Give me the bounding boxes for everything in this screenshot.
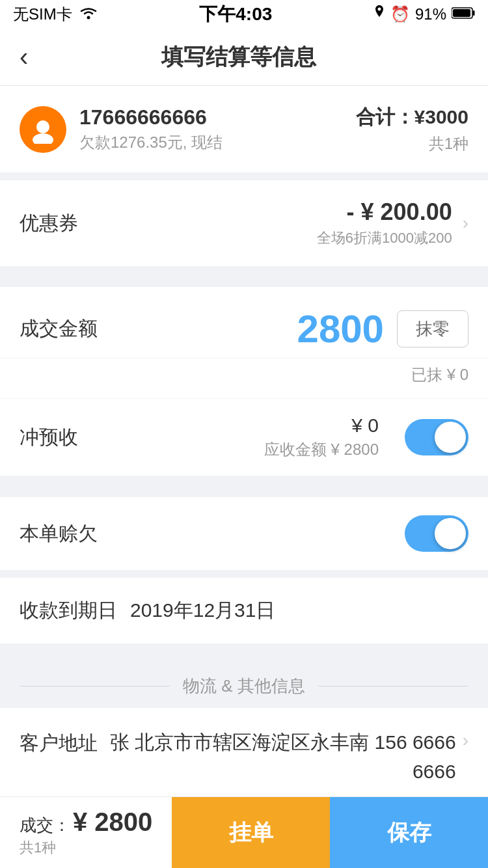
battery-text: 91% bbox=[415, 5, 446, 23]
prepay-right: ¥ 0 应收金额 ¥ 2800 bbox=[264, 414, 468, 460]
section-gap-2 bbox=[0, 484, 488, 497]
save-button[interactable]: 保存 bbox=[330, 797, 488, 869]
back-button[interactable]: ‹ bbox=[20, 42, 28, 72]
deal-amount-sub: 已抹 ¥ 0 bbox=[0, 359, 488, 399]
nav-bar: ‹ 填写结算等信息 bbox=[0, 29, 488, 86]
prepay-toggle[interactable] bbox=[405, 419, 468, 455]
section-gap-1 bbox=[0, 274, 488, 287]
svg-point-5 bbox=[33, 133, 53, 144]
coupon-discount: - ¥ 200.00 bbox=[317, 198, 452, 226]
sim-text: 无SIM卡 bbox=[13, 4, 72, 25]
section-gap-3 bbox=[0, 651, 488, 664]
address-chevron-icon: › bbox=[463, 727, 468, 751]
prepay-amount: ¥ 0 bbox=[264, 414, 379, 437]
chevron-right-icon: › bbox=[463, 213, 468, 234]
svg-point-4 bbox=[36, 120, 49, 133]
sep-line-left bbox=[20, 686, 170, 686]
deal-amount-value-wrap: 2800 bbox=[111, 306, 384, 351]
address-right: 张 北京市市辖区海淀区永丰南 156 6666 6666 › bbox=[104, 727, 468, 786]
svg-rect-2 bbox=[472, 10, 474, 16]
svg-rect-3 bbox=[453, 9, 470, 17]
logistics-separator: 物流 & 其他信息 bbox=[0, 664, 488, 708]
sep-line-right bbox=[318, 686, 468, 686]
debt-row: 本单赊欠 bbox=[0, 497, 488, 570]
prepay-amount-wrap: ¥ 0 应收金额 ¥ 2800 bbox=[264, 414, 379, 460]
debt-section: 本单赊欠 bbox=[0, 497, 488, 570]
hang-button[interactable]: 挂单 bbox=[172, 797, 330, 869]
avatar bbox=[20, 106, 66, 153]
prepay-row: 冲预收 ¥ 0 应收金额 ¥ 2800 bbox=[0, 399, 488, 476]
coupon-desc: 全场6折满1000减200 bbox=[317, 228, 452, 248]
customer-total: 合计：¥3000 共1种 bbox=[356, 104, 468, 154]
status-left: 无SIM卡 bbox=[13, 4, 98, 25]
coupon-row[interactable]: 优惠券 - ¥ 200.00 全场6折满1000减200 › bbox=[0, 180, 488, 266]
address-row[interactable]: 客户地址 张 北京市市辖区海淀区永丰南 156 6666 6666 › bbox=[0, 708, 488, 806]
address-value: 张 北京市市辖区海淀区永丰南 156 6666 6666 bbox=[104, 727, 456, 786]
battery-icon bbox=[452, 5, 475, 23]
due-date-row: 收款到期日 2019年12月31日 bbox=[0, 578, 488, 644]
deal-amount-section: 成交金额 2800 抹零 已抹 ¥ 0 冲预收 ¥ 0 应收金额 ¥ 2800 bbox=[0, 287, 488, 476]
deal-amount-value: 2800 bbox=[297, 307, 384, 351]
status-right: ⏰ 91% bbox=[373, 5, 475, 23]
bottom-bar: 成交： ¥ 2800 共1种 挂单 保存 bbox=[0, 796, 488, 868]
status-time: 下午4:03 bbox=[199, 2, 272, 27]
deal-amount-row: 成交金额 2800 抹零 bbox=[0, 287, 488, 359]
bottom-deal-label: 成交： bbox=[20, 814, 70, 837]
svg-point-0 bbox=[87, 16, 90, 20]
address-label: 客户地址 bbox=[20, 727, 104, 757]
deal-amount-label: 成交金额 bbox=[20, 316, 111, 342]
due-date-value: 2019年12月31日 bbox=[130, 597, 275, 624]
prepay-label: 冲预收 bbox=[20, 424, 78, 451]
status-bar: 无SIM卡 下午4:03 ⏰ 91% bbox=[0, 0, 488, 29]
total-value: ¥3000 bbox=[414, 106, 468, 128]
debt-toggle[interactable] bbox=[405, 515, 468, 552]
prepay-inner: 冲预收 ¥ 0 应收金额 ¥ 2800 bbox=[20, 414, 468, 460]
page-title: 填写结算等信息 bbox=[41, 42, 436, 72]
bottom-deal-price: ¥ 2800 bbox=[73, 807, 152, 837]
customer-info: 17666666666 欠款1276.35元, 现结 bbox=[79, 105, 356, 153]
total-count: 共1种 bbox=[356, 133, 468, 154]
bottom-price-row: 成交： ¥ 2800 bbox=[20, 807, 152, 837]
bottom-summary: 成交： ¥ 2800 共1种 bbox=[0, 807, 172, 858]
due-date-label: 收款到期日 bbox=[20, 597, 117, 624]
customer-debt: 欠款1276.35元, 现结 bbox=[79, 132, 356, 153]
bottom-count: 共1种 bbox=[20, 838, 152, 858]
coupon-label: 优惠券 bbox=[20, 210, 78, 237]
location-icon bbox=[373, 5, 385, 23]
customer-card: 17666666666 欠款1276.35元, 现结 合计：¥3000 共1种 bbox=[0, 86, 488, 172]
prepay-sub: 应收金额 ¥ 2800 bbox=[264, 439, 379, 460]
alarm-icon: ⏰ bbox=[390, 5, 410, 23]
total-amount: 合计：¥3000 bbox=[356, 104, 468, 131]
wifi-icon bbox=[79, 5, 98, 23]
customer-phone: 17666666666 bbox=[79, 105, 356, 129]
coupon-right: - ¥ 200.00 全场6折满1000减200 › bbox=[317, 198, 468, 248]
total-label: 合计： bbox=[356, 106, 414, 128]
logistics-label: 物流 & 其他信息 bbox=[170, 675, 318, 698]
main-content: 17666666666 欠款1276.35元, 现结 合计：¥3000 共1种 … bbox=[0, 86, 488, 868]
round-zero-button[interactable]: 抹零 bbox=[397, 310, 468, 347]
debt-label: 本单赊欠 bbox=[20, 521, 98, 547]
